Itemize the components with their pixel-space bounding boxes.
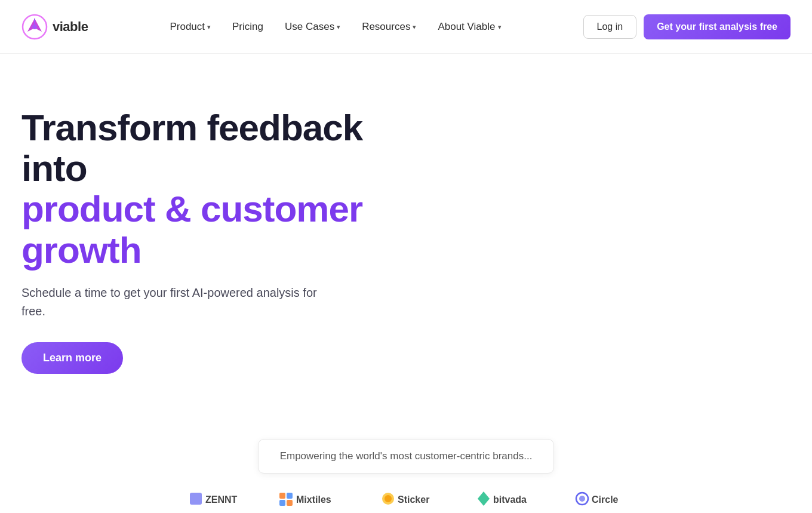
nav-item-pricing[interactable]: Pricing: [224, 16, 272, 38]
nav-item-product[interactable]: Product ▾: [161, 16, 219, 38]
svg-text:Mixtiles: Mixtiles: [296, 494, 331, 505]
brands-logos: ZENNT Mixtiles Sticker: [168, 490, 644, 507]
nav-actions: Log in Get your first analysis free: [583, 14, 791, 39]
hero-title-line1: Transform feedback into: [21, 107, 362, 189]
svg-text:Circle: Circle: [592, 494, 619, 505]
brand-logo-zennt: ZENNT: [190, 490, 244, 507]
nav-links: Product ▾ Pricing Use Cases ▾ Resources …: [161, 16, 509, 38]
brands-tagline: Empowering the world's most customer-cen…: [258, 439, 555, 474]
logo-link[interactable]: viable: [21, 14, 88, 40]
resources-chevron-icon: ▾: [413, 23, 416, 31]
svg-point-15: [579, 496, 585, 502]
svg-rect-4: [279, 493, 285, 499]
mixtiles-logo-icon: Mixtiles: [279, 490, 345, 507]
hero-title: Transform feedback into product & custom…: [21, 107, 396, 271]
nav-item-use-cases[interactable]: Use Cases ▾: [276, 16, 349, 38]
svg-rect-5: [287, 493, 293, 499]
hero-subtitle: Schedule a time to get your first AI-pow…: [21, 284, 320, 321]
circle-logo-icon: Circle: [575, 490, 623, 507]
sticker-logo-icon: Sticker: [381, 490, 441, 507]
brand-logo-circle: Circle: [575, 490, 623, 507]
brands-section: Empowering the world's most customer-cen…: [0, 439, 812, 513]
brand-logo-sticker: Sticker: [381, 490, 441, 507]
brand-logo-mixtiles: Mixtiles: [279, 490, 345, 507]
navbar: viable Product ▾ Pricing Use Cases ▾ Res…: [0, 0, 812, 54]
learn-more-button[interactable]: Learn more: [21, 342, 123, 374]
svg-rect-6: [279, 500, 285, 506]
hero-title-line2: product & customer: [21, 188, 362, 229]
hero-section: Transform feedback into product & custom…: [0, 54, 418, 410]
svg-text:bitvada: bitvada: [493, 494, 527, 505]
login-button[interactable]: Log in: [583, 15, 637, 39]
bitvada-logo-icon: bitvada: [476, 490, 539, 507]
nav-item-resources[interactable]: Resources ▾: [353, 16, 425, 38]
svg-text:Sticker: Sticker: [398, 494, 429, 505]
about-chevron-icon: ▾: [498, 23, 502, 31]
svg-rect-7: [287, 500, 293, 506]
use-cases-chevron-icon: ▾: [337, 23, 340, 31]
viable-logo-icon: [21, 14, 48, 40]
svg-text:ZENNT: ZENNT: [205, 494, 238, 505]
brand-logo-bitvada: bitvada: [476, 490, 539, 507]
hero-title-line3: growth: [21, 229, 142, 271]
svg-marker-12: [478, 492, 490, 506]
svg-rect-2: [190, 493, 202, 505]
svg-point-10: [385, 495, 392, 502]
get-analysis-button[interactable]: Get your first analysis free: [644, 14, 791, 39]
zennt-logo-icon: ZENNT: [190, 490, 244, 507]
product-chevron-icon: ▾: [207, 23, 211, 31]
page-wrapper: viable Product ▾ Pricing Use Cases ▾ Res…: [0, 0, 812, 513]
logo-text: viable: [53, 19, 88, 35]
nav-item-about[interactable]: About Viable ▾: [429, 16, 509, 38]
